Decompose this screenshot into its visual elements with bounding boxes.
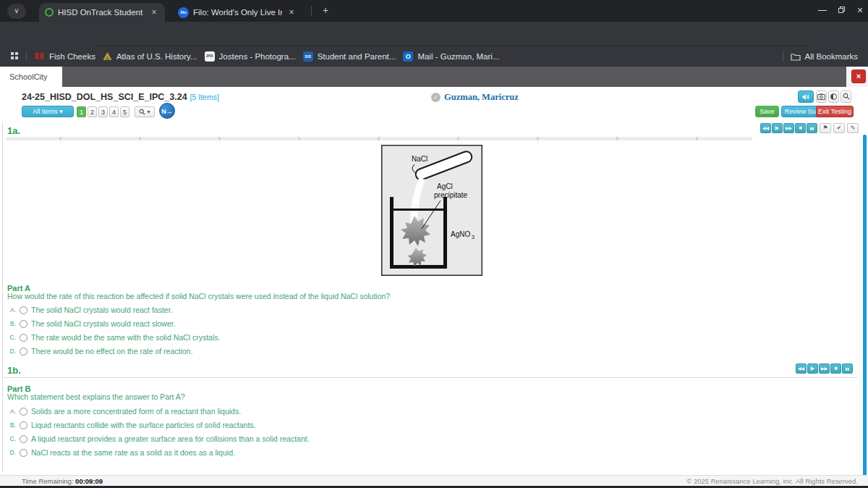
play-button[interactable]: ▶ xyxy=(772,123,783,133)
page-button-4[interactable]: 4 xyxy=(109,106,119,117)
radio-1b-c[interactable] xyxy=(20,435,27,443)
bookmarks-separator xyxy=(26,51,27,62)
answer-eliminator-button[interactable]: ✔ xyxy=(833,123,845,133)
bookmark-sis[interactable]: SIS Student and Parent... xyxy=(303,51,396,62)
label-precipitate: precipitate xyxy=(434,191,468,199)
option-letter: D. xyxy=(9,449,16,456)
magnifier-button[interactable] xyxy=(841,91,851,103)
browser-toolbar: ← → ↻ student.schoolcity.com/student/Com… xyxy=(0,22,868,46)
play-button[interactable]: ▶ xyxy=(807,363,818,374)
tab-title: HISD OnTrack Student | Renais xyxy=(58,8,145,17)
new-tab-button[interactable]: + xyxy=(318,4,333,18)
next-question-button[interactable]: N→ xyxy=(159,103,175,119)
browser-tab-inactive[interactable]: filo Filo: World's Only Live Instant T × xyxy=(172,3,302,22)
tab-search-button[interactable]: ∨ xyxy=(7,4,26,19)
option-row-1b-d: D. NaCl reacts at the same rate as a sol… xyxy=(9,448,235,457)
caret-down-icon: ▾ xyxy=(147,109,150,115)
contrast-icon xyxy=(830,93,837,100)
bookmark-jostens[interactable]: JPIX Jostens - Photogra... xyxy=(205,51,296,62)
outlook-icon: O xyxy=(403,51,413,62)
option-row-1a-c: C. The rate would be the same with the s… xyxy=(9,333,220,342)
question-1b-number: 1b. xyxy=(7,365,21,376)
pause-button[interactable]: ▮▮ xyxy=(807,123,817,133)
browser-tab-active[interactable]: HISD OnTrack Student | Renais × xyxy=(39,3,165,22)
label-agcl: AgCl xyxy=(437,182,453,190)
jpix-icon: JPIX xyxy=(205,51,215,62)
radio-1b-b[interactable] xyxy=(20,421,27,429)
ontrack-favicon-icon xyxy=(45,8,54,17)
apps-grid-icon[interactable] xyxy=(10,51,19,62)
text-to-speech-button[interactable] xyxy=(798,91,814,103)
bookmark-label: Mail - Guzman, Mari... xyxy=(417,52,499,61)
book-icon xyxy=(34,52,45,61)
time-remaining: Time Remaining: 00:09:09 xyxy=(22,477,103,485)
all-bookmarks-label: All Bookmarks xyxy=(805,52,859,61)
radio-1a-c[interactable] xyxy=(20,334,27,342)
label-agno3: AgNO xyxy=(451,230,470,238)
schoolcity-panel-tab[interactable]: SchoolCity xyxy=(0,67,62,87)
rewind-button[interactable]: ◀◀ xyxy=(796,363,807,374)
bookmark-label: Atlas of U.S. History... xyxy=(116,52,197,61)
page-button-1[interactable]: 1 xyxy=(77,106,86,117)
close-tab-icon[interactable]: × xyxy=(149,7,159,17)
time-value: 00:09:09 xyxy=(75,477,103,485)
rewind-button[interactable]: ◀◀ xyxy=(760,123,771,133)
bookmark-mail[interactable]: O Mail - Guzman, Mari... xyxy=(403,51,499,62)
page-button-2[interactable]: 2 xyxy=(88,106,97,117)
search-icon xyxy=(139,109,145,115)
radio-1b-a[interactable] xyxy=(20,408,27,416)
window-close-button[interactable]: × xyxy=(849,0,868,20)
question-1a-number: 1a. xyxy=(7,125,20,136)
option-row-1b-a: A. Solids are a more concentrated form o… xyxy=(9,407,241,416)
flag-question-button[interactable]: ⚑ xyxy=(820,123,831,133)
screenshot-tool-button[interactable] xyxy=(816,91,827,103)
close-tab-icon[interactable]: × xyxy=(286,7,297,17)
copyright-text: © 2025 Renaissance Learning, Inc. All Ri… xyxy=(686,477,858,485)
option-letter: B. xyxy=(9,320,16,327)
exit-testing-button[interactable]: Exit Testing xyxy=(816,106,854,117)
restore-icon xyxy=(838,7,845,13)
option-text: The solid NaCl crystals would react fast… xyxy=(31,306,173,314)
stop-button[interactable]: ■ xyxy=(830,363,841,374)
fast-forward-button[interactable]: ▶▶ xyxy=(819,363,830,374)
panel-close-button[interactable]: × xyxy=(851,70,866,83)
tab-title: Filo: World's Only Live Instant T xyxy=(193,8,282,17)
pause-button[interactable]: ▮▮ xyxy=(842,363,853,374)
panel-strip xyxy=(0,67,868,87)
label-agno3-sub: 3 xyxy=(472,235,475,240)
fast-forward-button[interactable]: ▶▶ xyxy=(783,123,794,133)
bookmark-atlas[interactable]: Atlas of U.S. History... xyxy=(103,52,197,61)
stop-button[interactable]: ■ xyxy=(795,123,806,133)
sis-icon: SIS xyxy=(303,51,313,62)
page-scrollbar[interactable] xyxy=(863,135,867,477)
item-filter-dropdown[interactable]: All Items ▾ xyxy=(22,106,74,117)
radio-1b-d[interactable] xyxy=(20,449,27,457)
option-letter: B. xyxy=(9,421,16,429)
reaction-diagram: NaCl AgCl precipitate AgNO 3 xyxy=(381,145,482,276)
option-text: Solids are a more concentrated form of a… xyxy=(31,407,241,416)
radio-1a-d[interactable] xyxy=(20,348,27,356)
page-button-3[interactable]: 3 xyxy=(98,106,108,117)
question-search-button[interactable]: ▾ xyxy=(135,106,155,117)
option-text: There would be no effect on the rate of … xyxy=(31,347,192,356)
section-divider xyxy=(2,377,858,378)
notes-button[interactable]: ✎ xyxy=(847,123,859,133)
option-letter: C. xyxy=(9,334,16,341)
bookmark-label: Jostens - Photogra... xyxy=(219,52,296,61)
radio-1a-a[interactable] xyxy=(20,306,27,314)
option-row-1b-b: B. Liquid reactants collide with the sur… xyxy=(9,421,256,429)
question-1b-toolbar: ◀◀ ▶ ▶▶ ■ ▮▮ xyxy=(796,363,853,374)
option-letter: A. xyxy=(9,306,16,314)
student-name: Guzman, Maricruz xyxy=(444,92,519,103)
all-bookmarks-button[interactable]: All Bookmarks xyxy=(791,52,859,61)
page-button-5[interactable]: 5 xyxy=(120,106,129,117)
save-button[interactable]: Save xyxy=(755,106,779,117)
student-check-icon: ✓ xyxy=(431,93,441,102)
items-count-badge[interactable]: [5 Items] xyxy=(190,93,219,101)
bookmark-fish-cheeks[interactable]: Fish Cheeks xyxy=(34,52,95,61)
question-stem-clipped-text xyxy=(6,137,752,140)
chevron-down-icon: ∨ xyxy=(14,7,19,14)
radio-1a-b[interactable] xyxy=(20,320,27,328)
option-letter: A. xyxy=(9,408,16,415)
contrast-button[interactable] xyxy=(828,91,839,103)
